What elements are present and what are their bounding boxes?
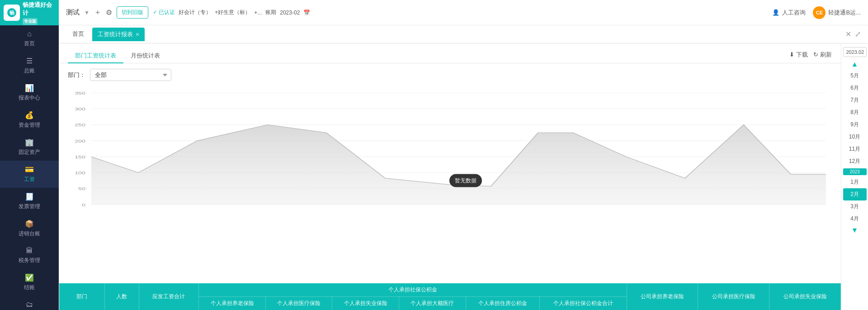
- sub-tab-monthly[interactable]: 月份统计表: [123, 49, 167, 63]
- sidebar-item-sales[interactable]: 📦 进销台账: [0, 215, 59, 242]
- month-2-active[interactable]: 2月: [843, 188, 867, 200]
- sub-tab-dept[interactable]: 部门工资统计表: [68, 49, 123, 63]
- th-personal-medical: 个人承担医疗保险: [265, 297, 332, 310]
- sidebar-label-ledger: 总账: [24, 67, 35, 75]
- user-consult[interactable]: 👤 人工咨询: [772, 9, 806, 17]
- month-4[interactable]: 4月: [843, 213, 867, 225]
- assets-icon: 🏢: [25, 138, 34, 147]
- sales-icon: 📦: [25, 219, 34, 228]
- th-personal-total: 个人承担社保公积金合计: [539, 297, 627, 310]
- download-icon: ⬇: [789, 51, 794, 58]
- download-label: 下载: [796, 51, 808, 59]
- date-nav-up[interactable]: ▲: [850, 59, 860, 70]
- close-panel-icon[interactable]: ✕: [845, 30, 851, 38]
- svg-text:畅: 畅: [9, 10, 14, 15]
- svg-text:350: 350: [75, 91, 85, 95]
- sidebar-label-salary: 工资: [24, 176, 35, 183]
- tab-close-button[interactable]: ×: [136, 31, 139, 38]
- tab-home[interactable]: 首页: [66, 26, 90, 43]
- svg-text:150: 150: [75, 154, 85, 159]
- sidebar-item-assets[interactable]: 🏢 固定资产: [0, 134, 59, 161]
- filter-bar: 部门： 全部 财务部 人事部 技术部 销售部: [59, 63, 841, 86]
- sidebar-label-assets: 固定资产: [19, 148, 40, 156]
- month-1[interactable]: 1月: [843, 176, 867, 188]
- tax-icon: 🏛: [26, 247, 33, 255]
- date-nav-down[interactable]: ▼: [850, 225, 860, 236]
- funds-icon: 💰: [25, 111, 34, 119]
- header-dropdown-arrow[interactable]: ▼: [84, 10, 90, 16]
- month-10[interactable]: 10月: [843, 131, 867, 143]
- tab-salary-report[interactable]: 工资统计报表 ×: [92, 28, 145, 41]
- tab-salary-report-label: 工资统计报表: [98, 30, 133, 38]
- svg-text:0: 0: [82, 202, 85, 207]
- sub-tabs: 部门工资统计表 月份统计表 ⬇ 下载 ↻ 刷新: [59, 43, 841, 63]
- th-personal-housing-fund: 个人承担住房公积金: [466, 297, 539, 310]
- reports-icon: 📊: [25, 84, 34, 92]
- month-6[interactable]: 6月: [843, 82, 867, 94]
- sidebar-label-closing: 结账: [24, 284, 35, 291]
- sub-tab-monthly-label: 月份统计表: [131, 52, 160, 59]
- calendar-icon[interactable]: 📅: [303, 10, 310, 16]
- svg-text:300: 300: [75, 106, 85, 111]
- add-button[interactable]: ＋: [94, 8, 101, 17]
- tab-bar: 首页 工资统计报表 × ✕ ⤢: [59, 25, 868, 43]
- download-button[interactable]: ⬇ 下载: [789, 51, 808, 59]
- header-icon-group: ＋ ⚙: [94, 8, 112, 17]
- switch-version-button[interactable]: 切到旧版: [117, 6, 148, 19]
- th-personal-pension: 个人承担养老保险: [199, 297, 266, 310]
- th-personal-major-medical: 个人承担大额医疗: [399, 297, 466, 310]
- refresh-button[interactable]: ↻ 刷新: [813, 51, 832, 59]
- month-3[interactable]: 3月: [843, 200, 867, 213]
- dept-filter-select[interactable]: 全部 财务部 人事部 技术部 销售部: [90, 69, 171, 81]
- header-right: 👤 人工咨询 CE 轻捷通B运...: [772, 6, 861, 19]
- ledger-icon: ☰: [26, 57, 33, 65]
- year-badge-2023: 2023: [843, 168, 867, 175]
- settings-header-icon[interactable]: ⚙: [106, 8, 112, 17]
- sidebar-item-tax[interactable]: 🏛 税务管理: [0, 242, 59, 269]
- month-9[interactable]: 9月: [843, 119, 867, 131]
- sidebar-label-home: 首页: [24, 40, 35, 48]
- logo-text-block: 畅捷通好会计 专业版: [23, 1, 55, 25]
- month-5[interactable]: 5月: [843, 70, 867, 82]
- sidebar-label-tax: 税务管理: [19, 257, 40, 264]
- salary-icon: 💳: [25, 165, 34, 174]
- salary-data-table: 部门 人数 应发工资合计 个人承担社保公积金 公司承担养老保险 公司承担医疗保险…: [59, 283, 841, 310]
- tab-home-label: 首页: [72, 30, 84, 37]
- sub-tab-dept-label: 部门工资统计表: [75, 52, 116, 59]
- month-8[interactable]: 8月: [843, 106, 867, 119]
- expand-panel-icon[interactable]: ⤢: [855, 30, 861, 38]
- user-name: 轻捷通B运...: [828, 9, 861, 17]
- month-12[interactable]: 12月: [843, 155, 867, 167]
- sidebar-item-closing[interactable]: ✅ 结账: [0, 269, 59, 296]
- month-11[interactable]: 11月: [843, 143, 867, 155]
- closing-icon: ✅: [25, 273, 34, 282]
- consult-label: 人工咨询: [782, 9, 806, 17]
- main-content: 测试 ▼ ＋ ⚙ 切到旧版 ✓ 已认证 好会计（专） +好生意（标） +... …: [59, 0, 868, 310]
- sidebar-item-reports[interactable]: 📊 报表中心: [0, 79, 59, 106]
- sidebar-item-ledger[interactable]: ☰ 总账: [0, 52, 59, 79]
- salary-chart: 350 300 250 200 150 100 50 0: [68, 86, 832, 222]
- table-scroll-container[interactable]: 部门 人数 应发工资合计 个人承担社保公积金 公司承担养老保险 公司承担医疗保险…: [59, 283, 841, 310]
- logo-badge: 专业版: [23, 18, 38, 25]
- svg-text:200: 200: [75, 138, 85, 143]
- avatar: CE: [813, 6, 826, 19]
- sidebar-item-archive[interactable]: 🗂 归档管理: [0, 296, 59, 310]
- consult-icon: 👤: [772, 9, 779, 16]
- dept-filter-label: 部门：: [68, 71, 85, 79]
- sidebar-item-home[interactable]: ⌂ 首页: [0, 25, 59, 52]
- period-value: 2023-02: [280, 10, 300, 16]
- product-extra2: +...: [254, 10, 262, 16]
- month-7[interactable]: 7月: [843, 94, 867, 106]
- product-type: 好会计（专）: [179, 9, 211, 16]
- logo-icon: 畅: [4, 5, 20, 21]
- sidebar-label-funds: 资金管理: [19, 121, 40, 129]
- sidebar-nav: ⌂ 首页 ☰ 总账 📊 报表中心 💰 资金管理 🏢 固定资产 💳 工资 🧾 发票…: [0, 25, 59, 310]
- home-icon: ⌂: [27, 30, 32, 38]
- sidebar-item-invoice[interactable]: 🧾 发票管理: [0, 188, 59, 215]
- sidebar-item-funds[interactable]: 💰 资金管理: [0, 106, 59, 134]
- period-label: 账期: [265, 9, 276, 16]
- invoice-icon: 🧾: [25, 192, 34, 201]
- user-account[interactable]: CE 轻捷通B运...: [813, 6, 861, 19]
- th-company-medical: 公司承担医疗保险: [698, 283, 769, 310]
- sidebar-item-salary[interactable]: 💳 工资: [0, 161, 59, 188]
